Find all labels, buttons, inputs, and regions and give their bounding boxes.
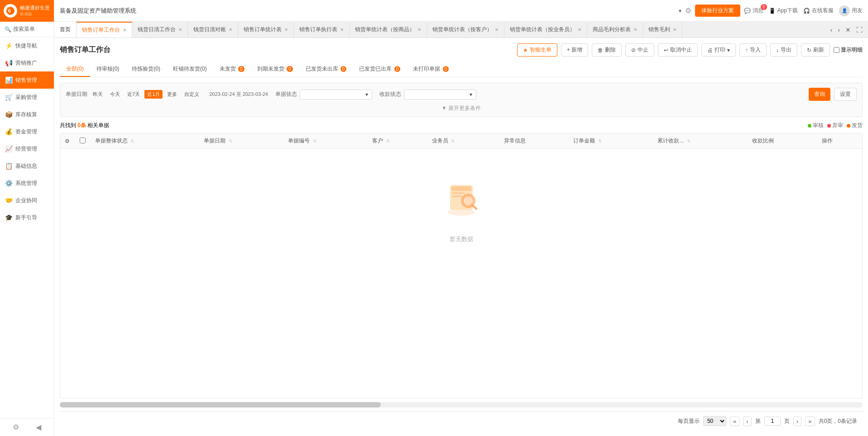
export-btn[interactable]: ↓ 导出 bbox=[770, 43, 797, 57]
subtab-wangpu-ship[interactable]: 旺铺待发货(0) bbox=[167, 62, 213, 77]
subtab-expired-not-shipped[interactable]: 到期未发货 0 bbox=[251, 62, 299, 77]
page-input[interactable] bbox=[764, 417, 781, 426]
col-amount[interactable]: 订单金额 ⇅ bbox=[569, 133, 653, 149]
sidebar-item-search[interactable]: 🔍 搜索菜单 bbox=[0, 22, 54, 37]
tab-sale-customer[interactable]: 销货单统计表（按客户） ✕ bbox=[427, 22, 504, 38]
tab-sales-exec-close[interactable]: ✕ bbox=[340, 27, 344, 32]
tab-next-btn[interactable]: › bbox=[836, 25, 842, 34]
tab-sales-stats[interactable]: 销售订单统计表 ✕ bbox=[238, 22, 294, 38]
sidebar-item-sales[interactable]: 📊 销售管理 bbox=[0, 71, 54, 89]
col-settings[interactable]: ⚙ bbox=[60, 133, 74, 149]
sidebar-collapse-btn[interactable]: ◀ bbox=[36, 423, 41, 431]
sidebar-item-inventory[interactable]: 📦 库存核算 bbox=[0, 106, 54, 123]
date-btn-more[interactable]: 更多 bbox=[164, 90, 180, 99]
subtab-pending-review[interactable]: 待审核(0) bbox=[90, 62, 126, 77]
page-size-select[interactable]: 50 100 200 bbox=[703, 416, 726, 426]
tab-sale-product[interactable]: 销货单统计表（按商品） ✕ bbox=[350, 22, 427, 38]
tab-sale-staff[interactable]: 销货单统计表（按业务员） ✕ bbox=[504, 22, 587, 38]
subtab-all[interactable]: 全部(0) bbox=[60, 62, 90, 77]
status-select[interactable]: ▾ bbox=[300, 90, 372, 100]
subtab-not-shipped-label: 未发货 bbox=[220, 66, 236, 72]
date-btn-yesterday[interactable]: 昨天 bbox=[90, 90, 106, 99]
tab-cash-daily-close[interactable]: ✕ bbox=[178, 27, 182, 32]
tab-sales-workbench-close[interactable]: ✕ bbox=[123, 28, 126, 33]
stop-btn[interactable]: ⊘ 中止 bbox=[625, 43, 654, 57]
topbar-gear-icon[interactable]: ⚙ bbox=[685, 6, 691, 15]
col-received[interactable]: 累计收款... ⇅ bbox=[653, 133, 748, 149]
tab-sale-customer-close[interactable]: ✕ bbox=[495, 27, 499, 32]
subtab-shipped-not-in[interactable]: 已发货未出库 0 bbox=[299, 62, 353, 77]
app-download-btn[interactable]: 📱 App下载 bbox=[769, 7, 798, 14]
sidebar-item-system[interactable]: ⚙️ 系统管理 bbox=[0, 175, 54, 192]
online-service-btn[interactable]: 🎧 在线客服 bbox=[803, 7, 834, 14]
tab-sales-stats-close[interactable]: ✕ bbox=[284, 27, 288, 32]
horizontal-scrollbar[interactable] bbox=[60, 402, 863, 408]
online-service-label: 在线客服 bbox=[812, 7, 834, 14]
tab-prev-btn[interactable]: ‹ bbox=[829, 25, 834, 34]
col-date[interactable]: 单据日期 ⇅ bbox=[199, 133, 283, 149]
smart-create-btn[interactable]: ★ 智能生单 bbox=[517, 43, 557, 57]
date-btn-today[interactable]: 今天 bbox=[107, 90, 123, 99]
tab-sale-product-close[interactable]: ✕ bbox=[417, 27, 421, 32]
col-number[interactable]: 单据编号 ⇅ bbox=[283, 133, 368, 149]
tab-cash-account-close[interactable]: ✕ bbox=[229, 27, 232, 32]
cancel-review-batch-btn[interactable]: 弃审 bbox=[827, 122, 843, 129]
show-detail-checkbox[interactable] bbox=[834, 47, 839, 53]
delete-btn[interactable]: 🗑 删除 bbox=[592, 43, 622, 57]
tab-cash-daily[interactable]: 钱货日清工作台 ✕ bbox=[132, 22, 188, 38]
system-dropdown[interactable]: ▾ bbox=[679, 8, 681, 14]
sidebar-item-enterprise[interactable]: 🤝 企业协同 bbox=[0, 192, 54, 209]
page-next-btn[interactable]: › bbox=[793, 417, 801, 426]
payment-select[interactable]: ▾ bbox=[404, 90, 476, 100]
tab-gross-margin[interactable]: 商品毛利分析表 ✕ bbox=[587, 22, 643, 38]
col-staff[interactable]: 业务员 ⇅ bbox=[427, 133, 499, 149]
sidebar-item-operations[interactable]: 📈 经营管理 bbox=[0, 140, 54, 157]
sidebar-item-purchase[interactable]: 🛒 采购管理 bbox=[0, 89, 54, 106]
sidebar-item-guide[interactable]: 🎓 新手引导 bbox=[0, 209, 54, 226]
add-btn[interactable]: + 新增 bbox=[561, 43, 588, 57]
import-btn[interactable]: ↑ 导入 bbox=[739, 43, 767, 57]
tab-sales-profit-close[interactable]: ✕ bbox=[673, 27, 676, 32]
sidebar-item-quicknav[interactable]: ⚡ 快捷导航 bbox=[0, 37, 54, 54]
refresh-btn[interactable]: ↻ 刷新 bbox=[801, 43, 830, 57]
page-last-btn[interactable]: » bbox=[805, 417, 815, 426]
subtab-not-shipped[interactable]: 未发货 0 bbox=[213, 62, 251, 77]
tab-sales-workbench[interactable]: 销售订单工作台 ✕ bbox=[77, 22, 132, 38]
tab-sale-staff-close[interactable]: ✕ bbox=[578, 27, 581, 32]
ship-batch-btn[interactable]: 发货 bbox=[847, 122, 863, 129]
sidebar-item-basic[interactable]: 📋 基础信息 bbox=[0, 157, 54, 175]
subtab-not-printed[interactable]: 未打印单据 0 bbox=[407, 62, 455, 77]
sidebar-settings-btn[interactable]: ⚙ bbox=[13, 423, 19, 431]
subtab-pending-inspect[interactable]: 待拣验货(0) bbox=[125, 62, 167, 77]
date-btn-custom[interactable]: 自定义 bbox=[182, 90, 202, 99]
review-batch-btn[interactable]: 审核 bbox=[808, 122, 824, 129]
date-btn-7days[interactable]: 近7天 bbox=[125, 90, 143, 99]
search-icon: 🔍 bbox=[5, 26, 11, 33]
sidebar-item-finance[interactable]: 💰 资金管理 bbox=[0, 123, 54, 140]
subtab-shipped-out[interactable]: 已发货已出库 0 bbox=[353, 62, 407, 77]
select-all-checkbox[interactable] bbox=[80, 137, 86, 143]
expand-conditions-btn[interactable]: ▼ 展开更多条件 bbox=[66, 104, 857, 112]
tab-restore-btn[interactable]: ⛶ bbox=[854, 25, 864, 34]
settings-config-btn[interactable]: 设置 bbox=[834, 88, 857, 101]
message-btn[interactable]: 💬 6 消息 bbox=[744, 7, 763, 14]
print-btn[interactable]: 🖨 打印 ▾ bbox=[701, 43, 736, 57]
query-btn[interactable]: 查询 bbox=[809, 88, 830, 101]
tab-home[interactable]: 首页 bbox=[54, 22, 77, 38]
tab-cash-account[interactable]: 钱货日清对账 ✕ bbox=[188, 22, 238, 38]
tab-sales-exec[interactable]: 销售订单执行表 ✕ bbox=[294, 22, 350, 38]
sidebar-item-marketing[interactable]: 📢 营销推广 bbox=[0, 54, 54, 71]
page-prev-btn[interactable]: ‹ bbox=[743, 417, 751, 426]
col-status[interactable]: 单据整体状态 ⇅ bbox=[91, 133, 199, 149]
experience-btn[interactable]: 体验行业方案 bbox=[695, 5, 740, 17]
user-menu[interactable]: 👤 用友 bbox=[839, 5, 863, 16]
show-detail-checkbox-label[interactable]: 显示明细 bbox=[834, 46, 863, 54]
tab-sales-profit[interactable]: 销售毛利 ✕ bbox=[643, 22, 682, 38]
tab-close-all-btn[interactable]: ✕ bbox=[844, 25, 853, 34]
scrollbar-thumb[interactable] bbox=[60, 402, 381, 408]
cancel-stop-btn[interactable]: ↩ 取消中止 bbox=[658, 43, 698, 57]
col-customer[interactable]: 客户 ⇅ bbox=[368, 133, 427, 149]
page-first-btn[interactable]: « bbox=[730, 417, 739, 426]
tab-gross-margin-close[interactable]: ✕ bbox=[633, 27, 637, 32]
date-btn-1month[interactable]: 近1月 bbox=[144, 90, 163, 99]
